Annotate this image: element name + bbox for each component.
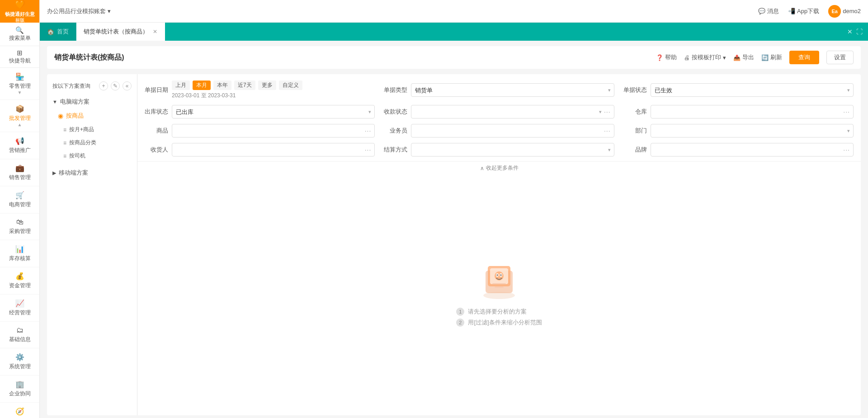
collapse-panel-btn[interactable]: « <box>123 81 132 90</box>
refresh-btn[interactable]: 🔄 刷新 <box>761 53 782 62</box>
sidebar-item-sales[interactable]: 💼 销售管理 <box>0 159 39 186</box>
sidebar-item-system[interactable]: ⚙️ 系统管理 <box>0 348 39 375</box>
payment-status-input[interactable] <box>411 105 614 119</box>
filter-item-label: 按商品 <box>66 112 84 120</box>
mobile-section-header[interactable]: ▶ 移动端方案 <box>47 166 137 180</box>
export-btn[interactable]: 📤 导出 <box>733 53 754 62</box>
print-btn[interactable]: 🖨 按模板打印 ▾ <box>684 53 726 62</box>
help-btn[interactable]: ❓ 帮助 <box>656 53 677 62</box>
message-btn[interactable]: 💬 消息 <box>758 7 779 15</box>
search-menu[interactable]: 🔍 搜索菜单 <box>0 23 39 46</box>
goods-input[interactable] <box>172 124 375 138</box>
date-range-display: 2023-03-01 至 2023-03-31 <box>172 92 375 100</box>
date-tab-this-year[interactable]: 本年 <box>213 81 231 90</box>
stock-status-label: 出库状态 <box>145 108 168 116</box>
empty-hints: 1 请先选择要分析的方案 2 用[过滤]条件来缩小分析范围 <box>456 308 542 327</box>
status-field-control: 已生效 ▾ <box>651 83 854 97</box>
message-label: 消息 <box>767 7 779 15</box>
arrow-icon: ▲ <box>18 122 22 127</box>
settlement-select[interactable] <box>411 143 614 157</box>
print-dropdown-icon: ▾ <box>723 54 726 61</box>
page-actions: ❓ 帮助 🖨 按模板打印 ▾ 📤 导出 🔄 刷新 查询 设置 <box>656 51 854 64</box>
svg-rect-9 <box>492 283 506 285</box>
tab-actions: ✕ ⛶ <box>842 23 868 41</box>
quick-nav[interactable]: ⊞ 快捷导航 <box>0 46 39 68</box>
sidebar-item-guide[interactable]: 🧭 新手引导 <box>0 403 39 418</box>
type-select[interactable]: 销货单 <box>411 83 614 97</box>
collapse-bar[interactable]: ∧ 收起更多条件 <box>137 161 861 175</box>
filter-item-label: 按商品分类 <box>69 139 96 147</box>
date-tab-this-month[interactable]: 本月 <box>193 81 211 90</box>
type-label: 单据类型 <box>384 86 407 94</box>
settlement-field-control: ▾ <box>411 143 614 157</box>
filter-item-category[interactable]: ≡ 按商品分类 <box>47 136 137 149</box>
expand-window-btn[interactable]: ⛶ <box>856 28 863 35</box>
salesman-input[interactable] <box>411 124 614 138</box>
salesman-field-control: ··· <box>411 124 614 138</box>
brand-input[interactable] <box>651 143 854 157</box>
filter-item-month-goods[interactable]: ≡ 按月+商品 <box>47 123 137 136</box>
tab-sales-stat[interactable]: 销货单统计表（按商品） ✕ <box>76 23 165 41</box>
stock-status-select[interactable]: 已出库 <box>172 105 375 119</box>
status-field-row: 单据状态 已生效 ▾ <box>623 81 854 100</box>
tab-home[interactable]: 🏠 首页 <box>40 23 76 41</box>
receiver-input[interactable] <box>172 143 375 157</box>
status-label: 单据状态 <box>623 86 647 94</box>
edit-scheme-btn[interactable]: ✎ <box>111 81 120 90</box>
date-tab-7days[interactable]: 近7天 <box>234 81 255 90</box>
avatar: Ea <box>828 5 841 18</box>
sidebar-item-ecom[interactable]: 🛒 电商管理 <box>0 186 39 214</box>
download-icon: 📲 <box>788 8 795 14</box>
page-header: 销货单统计表(按商品) ❓ 帮助 🖨 按模板打印 ▾ 📤 导出 🔄 刷新 <box>47 46 861 69</box>
close-window-btn[interactable]: ✕ <box>847 28 853 35</box>
date-filter-row: 上月 本月 本年 近7天 更多 自定义 <box>172 81 375 90</box>
wholesale-icon: 📦 <box>15 104 24 113</box>
sidebar-item-retail[interactable]: 🏪 零售管理 ▼ <box>0 68 39 100</box>
guide-icon: 🧭 <box>15 407 24 416</box>
hint-text-1: 请先选择要分析的方案 <box>468 308 527 316</box>
print-icon: 🖨 <box>684 54 690 61</box>
sidebar-item-basic[interactable]: 🗂 基础信息 <box>0 322 39 348</box>
goods-field-control: ··· <box>172 124 375 138</box>
user-menu[interactable]: Ea demo2 <box>828 5 861 18</box>
add-scheme-btn[interactable]: + <box>99 81 108 90</box>
empty-illustration <box>472 257 526 302</box>
sidebar-item-inventory[interactable]: 📊 库存核算 <box>0 240 39 267</box>
industry-selector[interactable]: 办公用品行业模拟账套 ▾ <box>47 7 111 15</box>
dept-select[interactable] <box>651 124 854 138</box>
main-area: 办公用品行业模拟账套 ▾ 💬 消息 📲 App下载 Ea demo2 🏠 <box>40 0 868 418</box>
sidebar-item-marketing[interactable]: 📢 营销推广 <box>0 132 39 159</box>
stock-status-field-control: 已出库 ▾ <box>172 105 375 119</box>
section-arrow-icon: ▼ <box>52 99 57 104</box>
date-tab-last-month[interactable]: 上月 <box>172 81 190 90</box>
brand-label: 品牌 <box>623 146 647 154</box>
desktop-section-header[interactable]: ▼ 电脑端方案 <box>47 95 137 109</box>
sidebar-item-enterprise[interactable]: 🏢 企业协同 <box>0 375 39 403</box>
header-left: 办公用品行业模拟账套 ▾ <box>47 7 111 15</box>
sidebar-item-operations[interactable]: 📈 经营管理 <box>0 294 39 322</box>
filter-item-driver[interactable]: ≡ 按司机 <box>47 149 137 162</box>
enterprise-icon: 🏢 <box>15 380 24 389</box>
date-tab-custom[interactable]: 自定义 <box>279 81 302 90</box>
app-edition: 标版 <box>15 17 24 23</box>
message-icon: 💬 <box>758 8 765 14</box>
sidebar-item-purchase[interactable]: 🛍 采购管理 <box>0 214 39 240</box>
payment-status-field-row: 收款状态 ··· ▾ <box>384 105 614 119</box>
settings-button[interactable]: 设置 <box>826 51 854 64</box>
filter-item-by-goods[interactable]: ◉ 按商品 <box>47 109 137 123</box>
sidebar-item-finance[interactable]: 💰 资金管理 <box>0 267 39 294</box>
date-label: 单据日期 <box>145 86 168 94</box>
purchase-icon: 🛍 <box>16 218 24 226</box>
tab-sales-label: 销货单统计表（按商品） <box>84 28 148 36</box>
settlement-field-row: 结算方式 ▾ <box>384 143 614 157</box>
date-tab-more[interactable]: 更多 <box>258 81 276 90</box>
warehouse-input[interactable] <box>651 105 854 119</box>
app-download-btn[interactable]: 📲 App下载 <box>788 7 819 15</box>
sidebar-item-wholesale[interactable]: 📦 批发管理 ▲ <box>0 100 39 132</box>
sub-item-icon: ≡ <box>63 153 66 159</box>
receiver-field-control: ··· <box>172 143 375 157</box>
query-button[interactable]: 查询 <box>789 51 819 64</box>
tab-bar: 🏠 首页 销货单统计表（按商品） ✕ ✕ ⛶ <box>40 23 868 41</box>
status-select[interactable]: 已生效 <box>651 83 854 97</box>
tab-close-btn[interactable]: ✕ <box>153 28 157 35</box>
